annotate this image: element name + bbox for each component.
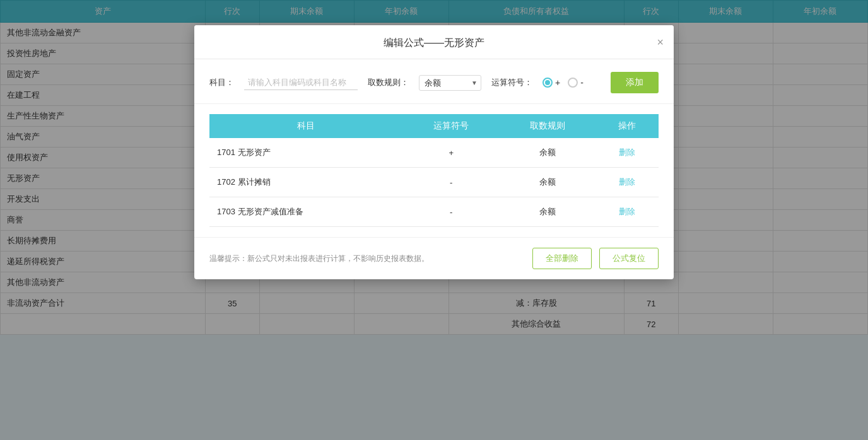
row1-operator: + [403,138,500,168]
add-button[interactable]: 添加 [611,72,659,93]
form-row: 科目： 取数规则： 余额 借方发生额 贷方发生额 ▼ 运算符号： + [194,59,674,104]
row3-subject: 1703 无形资产减值准备 [209,197,403,227]
row2-rule: 余额 [500,168,596,197]
rule-label: 取数规则： [368,77,409,88]
modal-header: 编辑公式——无形资产 × [194,25,674,59]
table-row: 1701 无形资产 + 余额 删除 [209,138,659,168]
row3-action[interactable]: 删除 [596,197,659,227]
operator-label: 运算符号： [491,77,532,88]
subject-input[interactable] [244,75,358,90]
hint-text: 温馨提示：新公式只对未出报表进行计算，不影响历史报表数据。 [209,253,429,264]
row3-delete-link[interactable]: 删除 [619,207,635,216]
row1-delete-link[interactable]: 删除 [619,148,635,157]
formula-table: 科目 运算符号 取数规则 操作 1701 无形资产 + 余额 删除 1702 累… [209,114,659,227]
operator-plus-radio[interactable]: + [542,78,560,88]
row2-action[interactable]: 删除 [596,168,659,197]
operator-minus-radio[interactable]: - [568,78,584,88]
formula-table-container: 科目 运算符号 取数规则 操作 1701 无形资产 + 余额 删除 1702 累… [194,104,674,237]
row1-subject: 1701 无形资产 [209,138,403,168]
delete-all-button[interactable]: 全部删除 [532,248,592,269]
modal-close-button[interactable]: × [657,37,664,48]
row3-rule: 余额 [500,197,596,227]
row2-delete-link[interactable]: 删除 [619,177,635,187]
operator-minus-label: - [580,78,584,88]
radio-plus-indicator [542,78,553,88]
modal-overlay: 编辑公式——无形资产 × 科目： 取数规则： 余额 借方发生额 贷方发生额 ▼ … [0,0,868,440]
th-operator: 运算符号 [403,114,500,138]
modal-footer: 温馨提示：新公式只对未出报表进行计算，不影响历史报表数据。 全部删除 公式复位 [194,237,674,279]
rule-select-wrap: 余额 借方发生额 贷方发生额 ▼ [419,75,481,91]
th-rule: 取数规则 [500,114,596,138]
reset-button[interactable]: 公式复位 [599,248,659,269]
modal-title: 编辑公式——无形资产 [384,37,484,48]
th-action: 操作 [596,114,659,138]
footer-buttons: 全部删除 公式复位 [532,248,659,269]
row3-operator: - [403,197,500,227]
row2-operator: - [403,168,500,197]
table-header-row: 科目 运算符号 取数规则 操作 [209,114,659,138]
row2-subject: 1702 累计摊销 [209,168,403,197]
subject-label: 科目： [209,77,234,88]
table-row: 1702 累计摊销 - 余额 删除 [209,168,659,197]
row1-rule: 余额 [500,138,596,168]
operator-radio-group: + - [542,78,584,88]
row1-action[interactable]: 删除 [596,138,659,168]
operator-plus-label: + [555,78,560,88]
table-row: 1703 无形资产减值准备 - 余额 删除 [209,197,659,227]
th-subject: 科目 [209,114,403,138]
radio-minus-indicator [568,78,578,88]
rule-select[interactable]: 余额 借方发生额 贷方发生额 [419,75,481,91]
modal-dialog: 编辑公式——无形资产 × 科目： 取数规则： 余额 借方发生额 贷方发生额 ▼ … [194,25,674,279]
